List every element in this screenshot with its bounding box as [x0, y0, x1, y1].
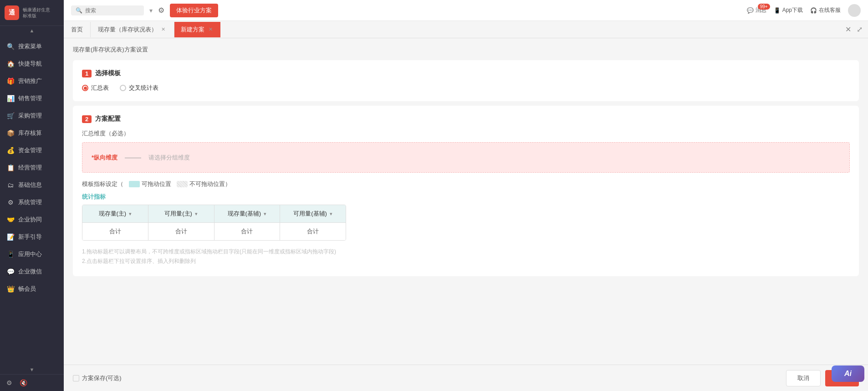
save-checkbox[interactable] [73, 375, 79, 381]
dim-separator: —— [125, 153, 141, 162]
gift-icon: 🎁 [6, 77, 15, 85]
scroll-down-btn[interactable]: ▼ [0, 365, 64, 374]
sidebar-item-quicknav[interactable]: 🏠 快捷导航 [0, 55, 64, 72]
draggable-indicator: 可拖动位置 [129, 180, 171, 188]
col-current-main: 现存量(主) ▾ [82, 205, 148, 222]
template-options: 汇总表 交叉统计表 [82, 84, 850, 92]
bottombar: 方案保存(可选) 取消 查询 [64, 365, 868, 391]
col-current-aux: 现存量(基辅) ▾ [214, 205, 281, 222]
step2-badge: 2 [82, 115, 92, 123]
mobile-download-icon: 📱 [774, 7, 781, 14]
sidebar-item-sales[interactable]: 📊 销售管理 [0, 90, 64, 107]
dimension-row: *纵向维度 —— 请选择分组维度 [92, 153, 840, 162]
radio-summary[interactable]: 汇总表 [82, 84, 109, 92]
section-plan-config: 2 方案配置 汇总维度（必选） *纵向维度 —— 请选择分组维度 模板指标设定（… [73, 106, 859, 276]
messages-button[interactable]: 💬 消息 99+ [747, 6, 766, 14]
online-service-button[interactable]: 🎧 在线客服 [810, 6, 841, 14]
trial-industry-button[interactable]: 体验行业方案 [170, 4, 218, 17]
cell-2: 合计 [214, 223, 281, 240]
search-input[interactable] [85, 7, 131, 14]
sidebar-item-collab[interactable]: 🤝 企业协同 [0, 211, 64, 228]
crown-icon: 👑 [6, 285, 15, 293]
search-box[interactable]: 🔍 [71, 5, 144, 15]
sidebar-item-basic[interactable]: 🗂 基础信息 [0, 176, 64, 194]
folder-icon: 🗂 [6, 181, 15, 189]
save-option: 方案保存(可选) [73, 374, 122, 382]
guide-icon: 📝 [6, 233, 15, 241]
dim-placeholder: 请选择分组维度 [148, 154, 190, 162]
dropdown-arrow-icon[interactable]: ▾ [149, 7, 153, 14]
app-name: 畅康通好生意 标准版 [23, 7, 50, 19]
sidebar-bottom: ⚙ 🔇 [0, 374, 64, 391]
expand-icon[interactable]: ⤢ [855, 24, 864, 35]
radio-cross-dot [120, 85, 126, 91]
tab-new-plan-close[interactable]: ✕ [207, 26, 214, 33]
sidebar-item-member[interactable]: 👑 畅会员 [0, 280, 64, 298]
sidebar-item-search[interactable]: 🔍 搜索菜单 [0, 38, 64, 55]
tabbar: 首页 现存量（库存状况表） ✕ 新建方案 ✕ ✕ ⤢ [64, 21, 868, 38]
sidebar-item-system[interactable]: ⚙ 系统管理 [0, 194, 64, 211]
sidebar: 通 畅康通好生意 标准版 ▲ 🔍 搜索菜单 🏠 快捷导航 🎁 营销推广 📊 销售… [0, 0, 64, 391]
tab-inventory-status[interactable]: 现存量（库存状况表） ✕ [91, 22, 174, 37]
ai-fab-button[interactable]: Ai [832, 365, 864, 382]
scroll-up-btn[interactable]: ▲ [0, 26, 64, 35]
cell-3: 合计 [280, 223, 346, 240]
headset-icon: 🎧 [810, 7, 817, 14]
tab-inventory-status-close[interactable]: ✕ [160, 26, 167, 33]
search-icon: 🔍 [76, 7, 82, 14]
sidebar-item-marketing[interactable]: 🎁 营销推广 [0, 72, 64, 90]
section-choose-template: 1 选择模板 汇总表 交叉统计表 [73, 60, 859, 101]
metrics-table: 现存量(主) ▾ 可用量(主) ▾ 现存量(基辅) ▾ 可用量(基辅) ▾ [82, 205, 346, 241]
clipboard-icon: 📋 [6, 164, 15, 172]
topbar: 🔍 ▾ ⚙ 体验行业方案 💬 消息 99+ 📱 App下载 🎧 在线客服 [64, 0, 868, 21]
tip2: 2.点击标题栏下拉可设置排序、插入列和删除列 [82, 257, 850, 265]
box-icon: 📦 [6, 129, 15, 137]
not-draggable-indicator: 不可拖动位置） [177, 180, 231, 188]
settings-icon[interactable]: ⚙ [6, 379, 12, 386]
tip1: 1.拖动标题栏可以调整布局，不可跨维度或指标区域拖动栏目字段(只能在同一维度或指… [82, 248, 850, 256]
col-chevron-1[interactable]: ▾ [195, 211, 198, 217]
sidebar-nav: 🔍 搜索菜单 🏠 快捷导航 🎁 营销推广 📊 销售管理 🛒 采购管理 📦 库存核… [0, 35, 64, 365]
cell-1: 合计 [148, 223, 214, 240]
sidebar-item-wechat[interactable]: 💬 企业微信 [0, 263, 64, 280]
sidebar-item-purchase[interactable]: 🛒 采购管理 [0, 107, 64, 124]
col-chevron-2[interactable]: ▾ [264, 211, 266, 217]
cell-0: 合计 [82, 223, 148, 240]
content-area: 现存量(库存状况表)方案设置 1 选择模板 汇总表 交叉统计表 2 [64, 38, 868, 365]
topbar-right: 💬 消息 99+ 📱 App下载 🎧 在线客服 [747, 4, 861, 17]
settings-icon[interactable]: ⚙ [158, 6, 164, 15]
tab-expand-btns: ✕ ⤢ [843, 24, 868, 35]
app-download-button[interactable]: 📱 App下载 [774, 6, 803, 14]
step1-title: 选择模板 [95, 69, 121, 77]
user-avatar[interactable] [848, 4, 861, 17]
not-draggable-block [177, 181, 188, 187]
sidebar-item-finance[interactable]: 💰 资金管理 [0, 142, 64, 159]
tab-new-plan[interactable]: 新建方案 ✕ [174, 22, 220, 37]
tab-home[interactable]: 首页 [64, 22, 91, 37]
home-icon: 🏠 [6, 60, 15, 68]
close-icon[interactable]: ✕ [843, 24, 853, 35]
step2-title: 方案配置 [95, 115, 121, 123]
sidebar-item-inventory[interactable]: 📦 库存核算 [0, 124, 64, 142]
dim-required-label: *纵向维度 [92, 154, 117, 162]
col-chevron-3[interactable]: ▾ [330, 211, 332, 217]
mute-icon[interactable]: 🔇 [20, 379, 27, 386]
col-available-aux: 可用量(基辅) ▾ [280, 205, 346, 222]
draggable-block [129, 181, 140, 187]
sidebar-item-business[interactable]: 📋 经营管理 [0, 159, 64, 176]
cancel-button[interactable]: 取消 [786, 370, 821, 386]
search-icon: 🔍 [6, 42, 15, 51]
col-chevron-0[interactable]: ▾ [129, 211, 132, 217]
tips-section: 1.拖动标题栏可以调整布局，不可跨维度或指标区域拖动栏目字段(只能在同一维度或指… [82, 248, 850, 265]
cart-icon: 🛒 [6, 112, 15, 120]
message-badge: 99+ [758, 4, 770, 10]
step2-header: 2 方案配置 [82, 115, 850, 123]
sidebar-item-guide[interactable]: 📝 新手引导 [0, 228, 64, 246]
app-logo: 通 畅康通好生意 标准版 [0, 0, 64, 26]
metrics-table-body: 合计 合计 合计 合计 [82, 222, 346, 240]
radio-cross[interactable]: 交叉统计表 [120, 84, 158, 92]
dimension-label: 汇总维度（必选） [82, 129, 850, 138]
handshake-icon: 🤝 [6, 216, 15, 224]
sidebar-item-apps[interactable]: 📱 应用中心 [0, 246, 64, 263]
stats-title: 统计指标 [82, 193, 850, 201]
